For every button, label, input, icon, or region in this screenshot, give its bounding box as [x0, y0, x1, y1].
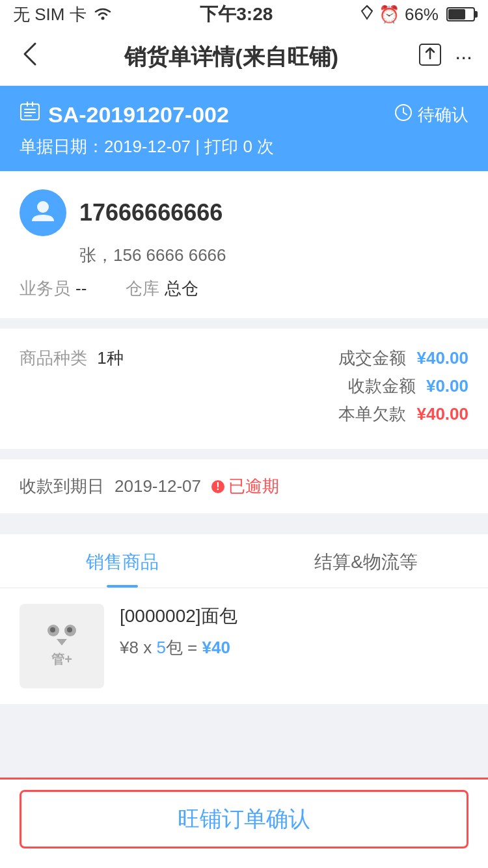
order-date: 单据日期：2019-12-07 — [20, 137, 191, 156]
product-info: [0000002]面包 ¥8 x 5包 = ¥40 — [120, 604, 468, 688]
type-value: 1种 — [97, 348, 123, 368]
location-icon — [360, 5, 373, 25]
battery-icon — [446, 7, 475, 21]
product-name-text: 面包 — [201, 606, 237, 626]
received-item: 收款金额 ¥0.00 — [338, 375, 468, 398]
amount-value: ¥40.00 — [416, 348, 468, 368]
type-label: 商品种类 — [20, 348, 87, 368]
more-button[interactable]: ··· — [455, 45, 472, 69]
owed-item: 本单欠款 ¥40.00 — [338, 403, 468, 426]
owl-beak — [57, 639, 67, 645]
order-print: | 打印 0 次 — [195, 137, 274, 156]
due-section: 收款到期日 2019-12-07 ! 已逾期 — [0, 459, 488, 513]
sales-label: 业务员 — [20, 277, 70, 300]
summary-section: 商品种类 1种 成交金额 ¥40.00 收款金额 ¥0.00 本单欠款 ¥40.… — [0, 329, 488, 449]
back-button[interactable] — [16, 34, 44, 79]
status-clock-icon — [394, 103, 413, 126]
order-status: 待确认 — [394, 103, 468, 126]
amount-label: 成交金额 — [338, 347, 406, 370]
customer-row: 17666666666 — [20, 189, 468, 236]
tab-settlement-label: 结算&物流等 — [314, 552, 418, 572]
order-banner-top: SA-20191207-002 待确认 — [20, 102, 468, 128]
order-meta: 单据日期：2019-12-07 | 打印 0 次 — [20, 135, 468, 158]
tab-products[interactable]: 销售商品 — [0, 534, 244, 588]
tab-settlement[interactable]: 结算&物流等 — [244, 534, 488, 588]
customer-phone: 17666666666 — [79, 199, 223, 226]
nav-actions: ··· — [418, 43, 472, 72]
bottom-bar: 旺铺订单确认 — [0, 778, 488, 868]
share-button[interactable] — [418, 43, 442, 72]
order-id-icon — [20, 102, 40, 128]
carrier-label: 无 SIM 卡 — [13, 3, 87, 26]
summary-row: 商品种类 1种 成交金额 ¥40.00 收款金额 ¥0.00 本单欠款 ¥40.… — [20, 347, 468, 431]
tab-products-label: 销售商品 — [86, 552, 159, 572]
avatar — [20, 189, 66, 236]
summary-right: 成交金额 ¥40.00 收款金额 ¥0.00 本单欠款 ¥40.00 — [338, 347, 468, 431]
tab-underline — [107, 585, 138, 588]
product-thumb-owl: 管+ — [47, 625, 76, 668]
alarm-icon: ⏰ — [379, 5, 400, 25]
status-right: ⏰ 66% — [360, 5, 475, 25]
battery-label: 66% — [405, 5, 439, 25]
order-id-text: SA-20191207-002 — [48, 102, 229, 128]
confirm-button[interactable]: 旺铺订单确认 — [20, 790, 468, 848]
status-left: 无 SIM 卡 — [13, 3, 113, 26]
sales-value: -- — [75, 278, 87, 299]
received-value: ¥0.00 — [426, 376, 468, 396]
owl-text: 管+ — [51, 651, 72, 668]
svg-point-4 — [37, 201, 49, 213]
price-total: ¥40 — [202, 638, 230, 657]
tab-bar: 销售商品 结算&物流等 — [0, 534, 488, 588]
order-banner: SA-20191207-002 待确认 单据日期：2019-12-07 | 打印… — [0, 86, 488, 171]
customer-name: 张，156 6666 6666 — [20, 244, 468, 267]
overdue-icon: ! — [211, 480, 224, 493]
nav-bar: 销货单详情(来自旺铺) ··· — [0, 29, 488, 86]
product-section: 管+ [0000002]面包 ¥8 x 5包 = ¥40 — [0, 588, 488, 704]
owed-label: 本单欠款 — [338, 403, 406, 426]
price-value: ¥8 — [120, 638, 143, 657]
warehouse-value: 总仓 — [165, 277, 198, 300]
status-text: 待确认 — [418, 103, 468, 126]
user-icon — [29, 197, 57, 230]
status-bar: 无 SIM 卡 下午3:28 ⏰ 66% — [0, 0, 488, 29]
due-date: 2019-12-07 — [115, 476, 201, 496]
product-item: 管+ [0000002]面包 ¥8 x 5包 = ¥40 — [20, 604, 468, 688]
customer-meta: 业务员 -- 仓库 总仓 — [20, 277, 468, 300]
order-id: SA-20191207-002 — [20, 102, 229, 128]
owl-eye-right — [64, 625, 76, 636]
price-qty: 5 — [156, 638, 165, 657]
due-label: 收款到期日 — [20, 475, 104, 498]
overdue-text: 已逾期 — [228, 475, 279, 498]
received-label: 收款金额 — [348, 375, 416, 398]
warehouse-label: 仓库 — [126, 277, 159, 300]
price-unit: 包 — [166, 638, 187, 657]
product-code: [0000002] — [120, 606, 201, 626]
warehouse-meta: 仓库 总仓 — [126, 277, 198, 300]
summary-left: 商品种类 1种 — [20, 347, 124, 370]
product-price: ¥8 x 5包 = ¥40 — [120, 636, 468, 659]
status-time: 下午3:28 — [200, 2, 273, 27]
wifi-icon — [93, 5, 113, 25]
owl-eye-left — [47, 625, 59, 636]
product-thumbnail: 管+ — [20, 604, 104, 688]
product-name: [0000002]面包 — [120, 604, 468, 629]
amount-item: 成交金额 ¥40.00 — [338, 347, 468, 370]
page-title: 销货单详情(来自旺铺) — [124, 42, 338, 72]
svg-point-0 — [101, 16, 104, 20]
sales-meta: 业务员 -- — [20, 277, 87, 300]
price-multiply: x — [143, 638, 156, 657]
overdue-badge: ! 已逾期 — [211, 475, 279, 498]
price-equals: = — [187, 638, 202, 657]
divider — [0, 524, 488, 534]
customer-section: 17666666666 张，156 6666 6666 业务员 -- 仓库 总仓 — [0, 171, 488, 318]
owl-eyes — [47, 625, 76, 636]
owed-value: ¥40.00 — [416, 404, 468, 424]
